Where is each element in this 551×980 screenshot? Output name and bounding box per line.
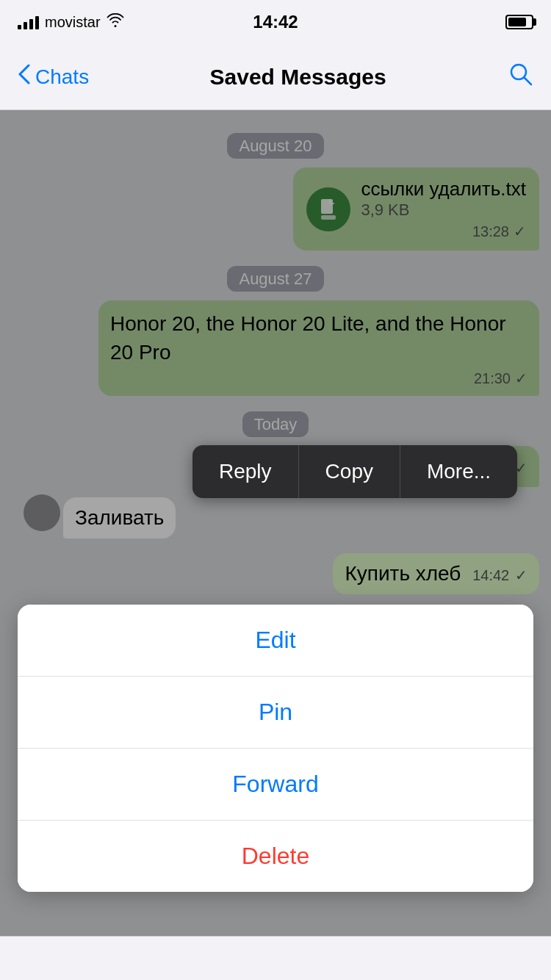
action-sheet: Edit Pin Forward Delete bbox=[18, 605, 533, 892]
status-time: 14:42 bbox=[253, 12, 298, 32]
battery-icon bbox=[505, 15, 533, 29]
status-right bbox=[505, 15, 533, 29]
wifi-icon bbox=[107, 13, 124, 32]
edit-button[interactable]: Edit bbox=[18, 605, 533, 677]
status-left: movistar bbox=[18, 13, 124, 32]
back-button[interactable]: Chats bbox=[18, 64, 89, 90]
back-label: Chats bbox=[35, 65, 89, 89]
status-bar: movistar 14:42 bbox=[0, 0, 551, 44]
context-menu: Reply Copy More... bbox=[192, 445, 517, 498]
pin-button[interactable]: Pin bbox=[18, 677, 533, 749]
chevron-left-icon bbox=[18, 64, 31, 90]
search-button[interactable] bbox=[507, 60, 533, 93]
nav-bar: Chats Saved Messages bbox=[0, 44, 551, 110]
bottom-bar bbox=[0, 936, 551, 980]
delete-button[interactable]: Delete bbox=[18, 821, 533, 892]
forward-button[interactable]: Forward bbox=[18, 749, 533, 821]
page-title: Saved Messages bbox=[210, 65, 386, 90]
carrier-label: movistar bbox=[45, 14, 101, 31]
signal-icon bbox=[18, 15, 39, 29]
svg-line-1 bbox=[525, 78, 532, 85]
reply-button[interactable]: Reply bbox=[192, 445, 299, 498]
copy-button[interactable]: Copy bbox=[299, 445, 400, 498]
more-button[interactable]: More... bbox=[400, 445, 517, 498]
chat-area: August 20 ссылки удалить.txt 3,9 KB 13:2… bbox=[0, 110, 551, 936]
